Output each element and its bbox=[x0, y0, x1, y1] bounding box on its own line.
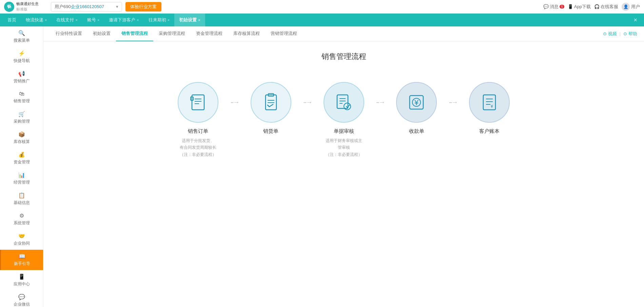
svg-text:¥: ¥ bbox=[490, 104, 493, 109]
page-title: 销售管理流程 bbox=[57, 52, 630, 62]
user-avatar[interactable]: 👤 用户 bbox=[622, 3, 640, 11]
logo: 畅 畅康通好生意 标准版 bbox=[4, 1, 47, 12]
step-desc-sales-order: 适用于分批发货、有合同发货周期较长（注：非必要流程） bbox=[180, 137, 216, 158]
message-badge: 6 bbox=[560, 5, 564, 8]
svg-rect-19 bbox=[483, 95, 495, 110]
rocket-icon: ⚡ bbox=[18, 50, 25, 57]
avatar-icon: 👤 bbox=[622, 3, 630, 11]
flow-diagram: 销售订单 适用于分批发货、有合同发货周期较长（注：非必要流程） ···→ bbox=[57, 82, 630, 158]
flow-step-sales-order[interactable]: 销售订单 适用于分批发货、有合同发货周期较长（注：非必要流程） bbox=[168, 82, 229, 158]
nav-tab-invite[interactable]: 邀请下游客户 × bbox=[104, 14, 143, 26]
svg-text:¥: ¥ bbox=[414, 98, 419, 107]
subtab-industry[interactable]: 行业特性设置 bbox=[50, 26, 87, 41]
subtab-finance-flow[interactable]: 资金管理流程 bbox=[191, 26, 228, 41]
close-icon[interactable]: × bbox=[137, 18, 139, 22]
chevron-down-icon: ▾ bbox=[116, 4, 118, 9]
step-desc-audit: 适用于财务审核或主管审核（注：非必要流程） bbox=[326, 137, 362, 158]
info-icon: 📋 bbox=[18, 192, 25, 199]
close-icon[interactable]: × bbox=[168, 18, 170, 22]
sidebar-item-marketing[interactable]: 📢 营销推广 bbox=[0, 67, 43, 87]
flow-arrow-4: ···→ bbox=[449, 82, 457, 106]
sidebar-item-finance[interactable]: 💰 资金管理 bbox=[0, 148, 43, 168]
sidebar-item-corpwechat[interactable]: 💬 企业微信 bbox=[0, 290, 43, 307]
sidebar-item-appcenter[interactable]: 📱 应用中心 bbox=[0, 270, 43, 290]
nav-tab-payment[interactable]: 在线支付 × bbox=[52, 14, 82, 26]
sidebar-item-business[interactable]: 📊 经营管理 bbox=[0, 168, 43, 189]
messages-btn[interactable]: 💬 消息 6 bbox=[543, 4, 564, 10]
flow-step-account[interactable]: ¥ 客户账本 bbox=[459, 82, 520, 137]
user-selector[interactable]: 用户690企业1660120507 ▾ bbox=[51, 2, 122, 12]
search-icon: 🔍 bbox=[18, 30, 25, 36]
nav-tab-period[interactable]: 往来期初 × bbox=[144, 14, 174, 26]
subtab-sales-flow[interactable]: 销售管理流程 bbox=[116, 26, 153, 41]
app-icon: 📱 bbox=[18, 273, 25, 280]
close-icon[interactable]: × bbox=[45, 18, 47, 22]
sidebar-item-basicinfo[interactable]: 📋 基础信息 bbox=[0, 189, 43, 209]
help-icon: ⊙ bbox=[623, 31, 627, 36]
flow-step-receipt[interactable]: ¥ 收款单 bbox=[386, 82, 447, 137]
finance-icon: 💰 bbox=[18, 151, 25, 158]
wechat-icon: 💬 bbox=[18, 294, 25, 300]
video-link[interactable]: ⊙ 视频 bbox=[603, 31, 617, 37]
handshake-icon: 🤝 bbox=[18, 233, 25, 239]
sidebar-item-purchase[interactable]: 🛒 采购管理 bbox=[0, 107, 43, 128]
flow-step-delivery[interactable]: 销货单 bbox=[240, 82, 301, 137]
business-icon: 📊 bbox=[18, 172, 25, 178]
sidebar-item-quicknav[interactable]: ⚡ 快捷导航 bbox=[0, 47, 43, 67]
close-icon[interactable]: × bbox=[198, 18, 200, 22]
gear-icon: ⚙ bbox=[19, 212, 24, 219]
sidebar-item-search[interactable]: 🔍 搜索菜单 bbox=[0, 26, 43, 47]
logo-line2: 标准版 bbox=[16, 7, 39, 12]
message-icon: 💬 bbox=[543, 4, 549, 9]
sidebar-item-sales[interactable]: 🛍 销售管理 bbox=[0, 87, 43, 107]
online-service-btn[interactable]: 🎧 在线客服 bbox=[594, 4, 618, 10]
flow-arrow-3: ···→ bbox=[376, 82, 385, 106]
subtab-marketing-flow[interactable]: 营销管理流程 bbox=[265, 26, 303, 41]
sidebar-item-guide[interactable]: 📖 新手引导 bbox=[0, 250, 43, 270]
nav-tab-home[interactable]: 首页 bbox=[3, 14, 21, 26]
guide-icon: 📖 bbox=[19, 253, 25, 260]
close-icon[interactable]: × bbox=[75, 18, 77, 22]
sidebar-item-enterprise[interactable]: 🤝 企业协同 bbox=[0, 229, 43, 250]
stock-icon: 📦 bbox=[18, 131, 25, 138]
flow-step-audit[interactable]: 单据审核 适用于财务审核或主管审核（注：非必要流程） bbox=[313, 82, 374, 158]
step-title-account: 客户账本 bbox=[479, 128, 500, 135]
app-download-btn[interactable]: 📱 App下载 bbox=[568, 4, 591, 10]
video-icon: ⊙ bbox=[603, 31, 607, 36]
subtab-stock-flow[interactable]: 库存核算流程 bbox=[228, 26, 265, 41]
sales-icon: 🛍 bbox=[19, 91, 24, 97]
step-title-receipt: 收款单 bbox=[409, 128, 424, 135]
nav-close-all[interactable]: × bbox=[629, 17, 641, 24]
subtab-initial[interactable]: 初始设置 bbox=[87, 26, 116, 41]
close-icon[interactable]: × bbox=[97, 18, 99, 22]
help-link[interactable]: ⊙ 帮助 bbox=[623, 31, 637, 37]
flow-arrow-1: ···→ bbox=[230, 82, 239, 106]
nav-tab-logistics[interactable]: 物流快递 × bbox=[21, 14, 52, 26]
phone-icon: 📱 bbox=[568, 4, 573, 9]
user-label: 用户690企业1660120507 bbox=[55, 4, 104, 10]
sidebar-item-system[interactable]: ⚙ 系统管理 bbox=[0, 209, 43, 229]
svg-rect-0 bbox=[192, 95, 204, 110]
step-title-delivery: 销货单 bbox=[263, 128, 278, 135]
megaphone-icon: 📢 bbox=[18, 70, 25, 77]
sidebar-item-stock[interactable]: 📦 库存核算 bbox=[0, 128, 43, 148]
purchase-icon: 🛒 bbox=[18, 111, 25, 117]
experience-btn[interactable]: 体验行业方案 bbox=[125, 2, 161, 12]
step-title-sales-order: 销售订单 bbox=[188, 128, 208, 135]
nav-tab-initial-setup[interactable]: 初始设置 × bbox=[174, 14, 205, 26]
headset-icon: 🎧 bbox=[594, 4, 600, 9]
logo-line1: 畅康通好生意 bbox=[16, 1, 39, 6]
nav-tab-account[interactable]: 账号 × bbox=[82, 14, 104, 26]
subtab-purchase-flow[interactable]: 采购管理流程 bbox=[153, 26, 191, 41]
step-title-audit: 单据审核 bbox=[334, 128, 354, 135]
flow-arrow-2: ···→ bbox=[303, 82, 312, 106]
